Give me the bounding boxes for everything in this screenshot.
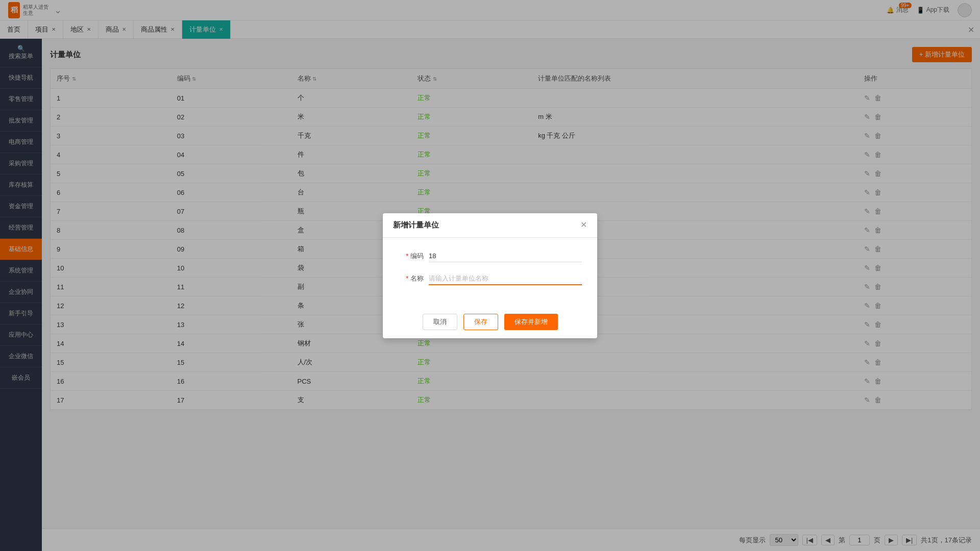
modal-title: 新增计量单位	[393, 220, 439, 230]
form-row-code: 编码	[398, 250, 582, 262]
modal-overlay[interactable]: 新增计量单位 ✕ 编码 名称 取消 保存 保存并新增	[0, 0, 980, 551]
name-input[interactable]	[429, 272, 582, 285]
cancel-button[interactable]: 取消	[423, 314, 457, 330]
add-unit-modal: 新增计量单位 ✕ 编码 名称 取消 保存 保存并新增	[383, 213, 597, 338]
modal-header: 新增计量单位 ✕	[383, 213, 597, 238]
modal-body: 编码 名称	[383, 238, 597, 308]
save-button[interactable]: 保存	[463, 314, 498, 330]
code-label: 编码	[398, 252, 424, 261]
modal-footer: 取消 保存 保存并新增	[383, 308, 597, 338]
form-row-name: 名称	[398, 272, 582, 285]
save-and-new-button[interactable]: 保存并新增	[504, 314, 558, 330]
name-label: 名称	[398, 274, 424, 283]
modal-close-button[interactable]: ✕	[580, 221, 587, 229]
code-input[interactable]	[429, 250, 582, 262]
